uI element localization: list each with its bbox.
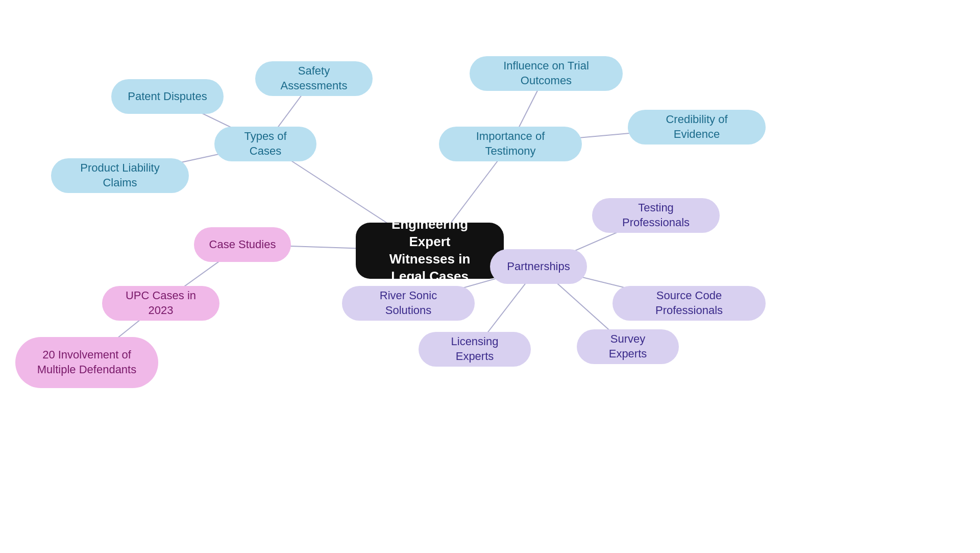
node-testing-professionals[interactable]: Testing Professionals	[592, 198, 720, 233]
node-involvement[interactable]: 20 Involvement of Multiple Defendants	[15, 337, 158, 388]
node-source-code[interactable]: Source Code Professionals	[612, 286, 766, 321]
node-upc-cases[interactable]: UPC Cases in 2023	[102, 286, 219, 321]
center-node[interactable]: Engineering Expert Witnesses in Legal Ca…	[356, 223, 504, 279]
node-partnerships[interactable]: Partnerships	[490, 249, 587, 284]
mindmap-canvas: Engineering Expert Witnesses in Legal Ca…	[0, 0, 980, 553]
node-safety-assessments[interactable]: Safety Assessments	[255, 61, 373, 96]
node-licensing-experts[interactable]: Licensing Experts	[419, 332, 531, 367]
node-types-of-cases[interactable]: Types of Cases	[214, 127, 316, 161]
node-credibility-evidence[interactable]: Credibility of Evidence	[628, 110, 766, 145]
node-patent-disputes[interactable]: Patent Disputes	[111, 79, 224, 114]
node-survey-experts[interactable]: Survey Experts	[577, 329, 679, 364]
node-importance-testimony[interactable]: Importance of Testimony	[439, 127, 582, 161]
node-influence-trial[interactable]: Influence on Trial Outcomes	[470, 56, 623, 91]
node-product-liability[interactable]: Product Liability Claims	[51, 158, 189, 193]
node-case-studies[interactable]: Case Studies	[194, 227, 291, 262]
node-river-sonic[interactable]: River Sonic Solutions	[342, 286, 475, 321]
